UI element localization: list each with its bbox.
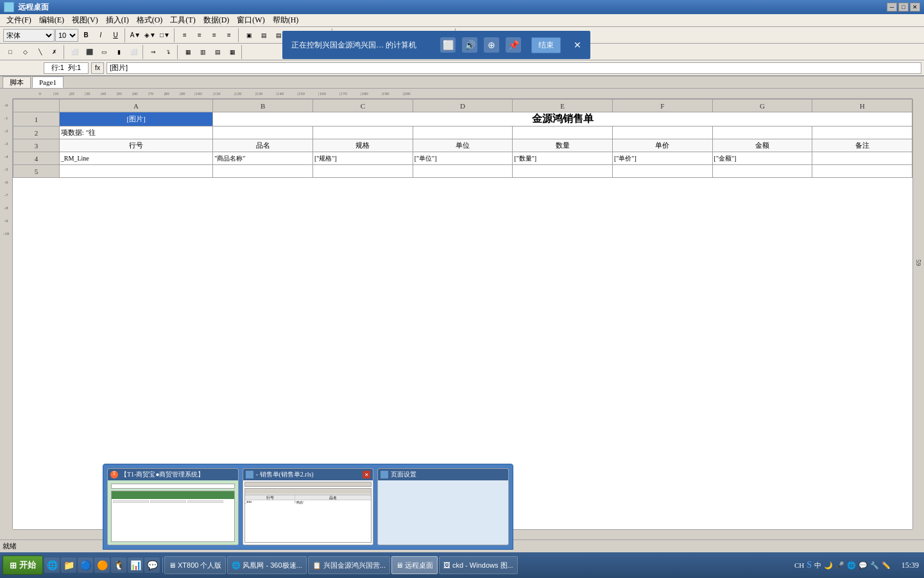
cell-D4[interactable]: ["单位"] [413, 152, 513, 165]
cell-D2[interactable] [413, 127, 513, 139]
col-header-E[interactable]: E [513, 100, 613, 112]
cell-G2[interactable] [712, 127, 812, 139]
ins-btn-4[interactable]: ▦ [225, 45, 239, 59]
img-btn-2[interactable]: ⬛ [82, 45, 96, 59]
bold-button[interactable]: B [79, 28, 93, 42]
tab-script[interactable]: 脚本 [3, 76, 31, 88]
menu-insert[interactable]: 插入(I) [102, 14, 133, 26]
cell-G5[interactable] [712, 165, 812, 178]
taskbar-app-jyhong[interactable]: 📋 兴国金源鸿兴国营... [308, 556, 390, 574]
function-icon[interactable]: fx [91, 62, 104, 74]
img-btn-4[interactable]: ▮ [112, 45, 126, 59]
col-header-A[interactable]: A [59, 100, 212, 112]
menu-edit[interactable]: 编辑(E) [35, 14, 68, 26]
cell-H4[interactable] [812, 152, 912, 165]
ins-btn-1[interactable]: ▦ [181, 45, 195, 59]
italic-button[interactable]: I [94, 28, 108, 42]
thumbnail-page-setup[interactable]: 页面设置 [377, 468, 509, 545]
notification-close[interactable]: ✕ [574, 40, 581, 51]
menu-data[interactable]: 数据(D) [200, 14, 234, 26]
extra-btn-1[interactable]: ⇒ [146, 45, 160, 59]
menu-window[interactable]: 窗口(W) [233, 14, 268, 26]
menu-format[interactable]: 格式(O) [133, 14, 167, 26]
volume-icon[interactable]: 🔊 [462, 37, 477, 53]
taskbar-app-remote[interactable]: 🖥 远程桌面 [391, 556, 438, 574]
cell-A5[interactable] [59, 165, 212, 178]
cell-C5[interactable] [312, 165, 413, 178]
close-button[interactable]: ✕ [910, 3, 920, 12]
menu-help[interactable]: 帮助(H) [269, 14, 303, 26]
cell-H5[interactable] [812, 165, 912, 178]
row-num-1[interactable]: 1 [13, 112, 60, 127]
cell-H2[interactable] [812, 127, 912, 139]
ins-btn-2[interactable]: ▥ [196, 45, 210, 59]
cell-C4[interactable]: ["规格"] [312, 152, 413, 165]
expand-icon[interactable]: ⊕ [484, 37, 499, 53]
cell-E4[interactable]: ["数量"] [513, 152, 613, 165]
taskbar-app-xt800[interactable]: 🖥 XT800 个人版 [164, 556, 226, 574]
end-session-button[interactable]: 结束 [531, 37, 561, 53]
border-color-button[interactable]: □▼ [158, 28, 172, 42]
row-num-3[interactable]: 3 [13, 139, 60, 152]
cell-reference-input[interactable] [44, 62, 89, 74]
cell-A2[interactable]: 项数据: "往 [59, 127, 212, 139]
cell-F5[interactable] [612, 165, 712, 178]
cell-E2[interactable] [513, 127, 613, 139]
tb-btn-2[interactable]: ▤ [257, 28, 271, 42]
quicklaunch-excel[interactable]: 📊 [128, 557, 143, 573]
cell-G4[interactable]: ["金额"] [712, 152, 812, 165]
font-select[interactable]: 宋体 [3, 29, 55, 42]
img-btn-3[interactable]: ▭ [97, 45, 111, 59]
cell-C2[interactable] [312, 127, 413, 139]
row-num-2[interactable]: 2 [13, 127, 60, 139]
thumbnail-sales[interactable]: - 销售单(销售单2.rls) ✕ 行号 品名 _RM "商品" [243, 468, 374, 545]
obj-btn-1[interactable]: □ [3, 45, 17, 59]
cell-D5[interactable] [413, 165, 513, 178]
maximize-button[interactable]: □ [898, 3, 909, 12]
size-select[interactable]: 10 [55, 29, 78, 42]
col-header-B[interactable]: B [213, 100, 313, 112]
align-left-button[interactable]: ≡ [178, 28, 192, 42]
cell-B3[interactable]: 品名 [213, 139, 313, 152]
cell-E3[interactable]: 数量 [513, 139, 613, 152]
tab-page1[interactable]: Page1 [32, 76, 64, 88]
cell-B4[interactable]: "商品名称" [213, 152, 313, 165]
cell-A4[interactable]: _RM_Line [59, 152, 212, 165]
align-right-button[interactable]: ≡ [207, 28, 221, 42]
cell-C3[interactable]: 规格 [312, 139, 413, 152]
cell-A1[interactable]: [图片] [59, 112, 212, 127]
cell-E5[interactable] [513, 165, 613, 178]
cell-B2[interactable] [213, 127, 313, 139]
formula-input[interactable] [107, 62, 921, 74]
thumbnail-t1[interactable]: T 【T1-商贸宝●商贸管理系统】 [107, 468, 239, 545]
col-header-H[interactable]: H [812, 100, 912, 112]
cell-F4[interactable]: ["单价"] [612, 152, 712, 165]
cell-D3[interactable]: 单位 [413, 139, 513, 152]
ime-ch[interactable]: CH [794, 561, 804, 569]
cell-F2[interactable] [612, 127, 712, 139]
col-header-C[interactable]: C [312, 100, 413, 112]
img-btn-1[interactable]: ⬜ [67, 45, 81, 59]
cell-F3[interactable]: 单价 [612, 139, 712, 152]
tb-btn-1[interactable]: ▣ [242, 28, 256, 42]
vertical-scrollbar[interactable] [912, 99, 924, 529]
menu-tools[interactable]: 工具(T) [166, 14, 199, 26]
quicklaunch-wechat[interactable]: 💬 [144, 557, 160, 573]
obj-btn-3[interactable]: ╲ [33, 45, 47, 59]
underline-button[interactable]: U [108, 28, 123, 42]
menu-file[interactable]: 文件(F) [3, 14, 35, 26]
obj-btn-2[interactable]: ◇ [18, 45, 32, 59]
font-color-button[interactable]: A▼ [128, 28, 142, 42]
taskbar-app-ckd[interactable]: 🖼 ckd - Windows 图... [439, 556, 518, 574]
start-button[interactable]: ⊞ 开始 [3, 556, 43, 575]
quicklaunch-ie[interactable]: 🌐 [44, 557, 60, 573]
quicklaunch-app2[interactable]: 🐧 [111, 557, 126, 573]
screen-icon[interactable]: ⬜ [440, 37, 456, 53]
row-num-5[interactable]: 5 [13, 165, 60, 178]
cell-B1[interactable]: 金源鸿销售单 [213, 112, 912, 127]
col-header-D[interactable]: D [413, 100, 513, 112]
cell-B5[interactable] [213, 165, 313, 178]
quicklaunch-explorer[interactable]: 📁 [61, 557, 76, 573]
thumb-close-2[interactable]: ✕ [363, 471, 370, 478]
col-header-G[interactable]: G [712, 100, 812, 112]
